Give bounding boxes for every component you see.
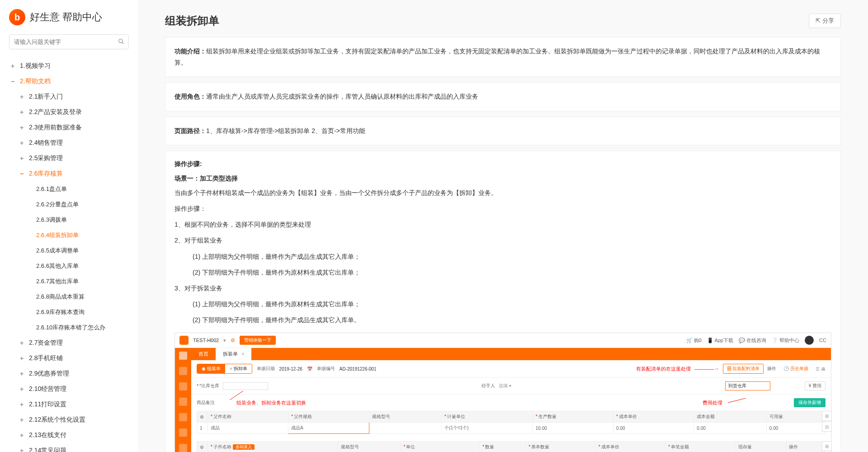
ss-fee-button: ¥ 费用 bbox=[805, 381, 826, 390]
minus-icon: − bbox=[9, 78, 16, 85]
plus-icon: + bbox=[18, 139, 25, 147]
nav-help-docs[interactable]: −2.帮助文档 bbox=[9, 74, 129, 89]
ss-host: TEST-H002 bbox=[193, 338, 219, 343]
ss-tab-home: 首页 bbox=[191, 348, 216, 360]
intro-box: 功能介绍：组装拆卸单用来处理企业组装或拆卸等加工业务，支持有固定装配清单的产品加… bbox=[165, 37, 841, 77]
plus-icon: + bbox=[9, 62, 16, 70]
svg-line-3 bbox=[728, 398, 746, 403]
ss-home-icon bbox=[179, 352, 187, 360]
path-box: 页面路径：1、库存核算->库存管理->组装拆卸单 2、首页->常用功能 bbox=[165, 117, 841, 145]
steps-box: 操作步骤: 场景一：加工类型选择 当由多个子件材料组装成一个成品的业务为【组装】… bbox=[165, 151, 841, 452]
nav-2-13[interactable]: +2.13在线支付 bbox=[9, 428, 129, 443]
nav-2-6-3[interactable]: 2.6.3调拨单 bbox=[9, 212, 129, 228]
plus-icon: + bbox=[18, 339, 25, 347]
nav-2-1[interactable]: +2.1新手入门 bbox=[9, 89, 129, 105]
ss-topbar: TEST-H002 ▾ ⚙ 营销体验一下 🛒 购0 📱 App下载 💬 在线咨询… bbox=[175, 333, 831, 348]
nav-2-3[interactable]: +2.3使用前数据准备 bbox=[9, 120, 129, 135]
ss-avatar-icon bbox=[805, 336, 814, 345]
ss-child-table: ⚙ 子件名称 条码录入 规格型号 单位 数量 基本数量 成本单价 单笔金额 现存… bbox=[197, 441, 826, 452]
search-input[interactable] bbox=[9, 34, 129, 49]
step-2a: (1) 上部明细为父件明细，最终作为产成品生成其它入库单； bbox=[175, 251, 831, 262]
nav-2-6-6[interactable]: 2.6.6其他入库单 bbox=[9, 258, 129, 274]
nav-2-6-9[interactable]: 2.6.9库存账本查询 bbox=[9, 305, 129, 320]
path-label: 页面路径： bbox=[175, 127, 206, 134]
svg-point-0 bbox=[119, 39, 123, 43]
ss-menu-icon bbox=[179, 444, 187, 452]
ss-out-warehouse bbox=[223, 382, 268, 390]
plus-icon: + bbox=[18, 416, 25, 423]
ss-history-button: 🕐 历史单据 bbox=[780, 364, 812, 373]
ss-tool-icon: ⊞ bbox=[822, 441, 832, 451]
nav-2-6-1[interactable]: 2.6.1盘点单 bbox=[9, 181, 129, 197]
search-icon[interactable] bbox=[118, 38, 124, 46]
ss-tool-icon: ⊞ bbox=[822, 411, 832, 421]
plus-icon: + bbox=[18, 401, 25, 408]
nav-2-5[interactable]: +2.5采购管理 bbox=[9, 151, 129, 166]
nav-2-6-2[interactable]: 2.6.2分量盘点单 bbox=[9, 197, 129, 212]
scene1-title: 场景一：加工类型选择 bbox=[175, 175, 831, 183]
plus-icon: + bbox=[18, 370, 25, 377]
ss-type-toggle: ◉ 组装单 ○ 拆卸单 bbox=[197, 364, 252, 374]
role-label: 使用角色： bbox=[175, 93, 206, 100]
ss-bom-button: ☰ 按装配料清单 bbox=[723, 364, 764, 374]
ss-menu-icon bbox=[179, 382, 187, 390]
nav-2-6-8[interactable]: 2.6.8商品成本重算 bbox=[9, 289, 129, 305]
share-button[interactable]: ⇱ 分享 bbox=[809, 14, 841, 28]
ss-tool-icon: ⊟ bbox=[822, 422, 832, 432]
step-1: 1、根据不同的业务，选择不同单据的类型来处理 bbox=[175, 219, 831, 230]
ss-logo-icon bbox=[179, 336, 189, 345]
nav-2-10[interactable]: +2.10经营管理 bbox=[9, 381, 129, 397]
step-3b: (2) 下部明细为子件明细，最终作为产成品生成其它入库单。 bbox=[175, 314, 831, 326]
steps-title: 操作步骤: bbox=[175, 160, 831, 168]
nav-2-11[interactable]: +2.11打印设置 bbox=[9, 397, 129, 412]
ss-menu-icon bbox=[179, 413, 187, 421]
logo-icon: b bbox=[9, 9, 25, 25]
plus-icon: + bbox=[18, 93, 25, 100]
share-icon: ⇱ bbox=[816, 17, 822, 24]
nav-2-6[interactable]: −2.6库存核算 bbox=[9, 166, 129, 181]
nav-2-6-5[interactable]: 2.6.5成本调整单 bbox=[9, 243, 129, 258]
ss-save-button: 保存并新增 bbox=[794, 398, 826, 407]
ss-annotation-3: 费用处理 bbox=[703, 400, 722, 406]
step-2b: (2) 下部明细为子件明细，最终作为原材料生成其它出库单； bbox=[175, 267, 831, 278]
plus-icon: + bbox=[18, 155, 25, 162]
nav-2-9[interactable]: +2.9优惠券管理 bbox=[9, 366, 129, 381]
sidebar: b 好生意 帮助中心 +1.视频学习 −2.帮助文档 +2.1新手入门 +2.2… bbox=[0, 0, 138, 452]
nav-2-4[interactable]: +2.4销售管理 bbox=[9, 135, 129, 151]
nav-2-14[interactable]: +2.14常见问题 bbox=[9, 443, 129, 452]
ss-sidebar bbox=[175, 348, 191, 452]
plus-icon: + bbox=[18, 124, 25, 131]
intro-label: 功能介绍： bbox=[175, 48, 206, 55]
plus-icon: + bbox=[18, 355, 25, 362]
minus-icon: − bbox=[18, 170, 25, 177]
path-text: 1、库存核算->库存管理->组装拆卸单 2、首页->常用功能 bbox=[206, 127, 365, 134]
ss-parent-table: ⚙ 父件名称 父件规格 规格型号 计量单位 生产数量 成本单价 成本金额 可用量 bbox=[197, 411, 826, 434]
nav-2-6-10[interactable]: 2.6.10库存账本错了怎么办 bbox=[9, 320, 129, 335]
ss-annotation-1: 有装配清单的在这里处理 bbox=[636, 366, 691, 372]
nav-video-learning[interactable]: +1.视频学习 bbox=[9, 58, 129, 74]
scene1-p1: 当由多个子件材料组装成一个成品的业务为【组装】业务，当由一个父件拆分成多个子产品… bbox=[175, 187, 831, 199]
nav-tree: +1.视频学习 −2.帮助文档 +2.1新手入门 +2.2产品安装及登录 +2.… bbox=[9, 58, 129, 452]
ss-menu-icon bbox=[179, 367, 187, 375]
plus-icon: + bbox=[18, 109, 25, 116]
nav-2-6-4[interactable]: 2.6.4组装拆卸单 bbox=[9, 228, 129, 243]
table-row: 1 成品 成品A 个(1个=1个) 10.00 0.00 0.00 0.00 bbox=[197, 423, 826, 434]
nav-2-8[interactable]: +2.8手机旺铺 bbox=[9, 351, 129, 366]
ss-tab-active: 拆装单 bbox=[216, 348, 251, 360]
role-text: 通常由生产人员或库管人员完成拆装业务的操作，库管人员确认原材料的出库和产成品的入… bbox=[206, 93, 478, 100]
step-2: 2、对于组装业务 bbox=[175, 235, 831, 246]
step-3: 3、对于拆装业务 bbox=[175, 283, 831, 294]
ss-in-warehouse: 到货仓库 bbox=[725, 381, 770, 390]
site-title: 好生意 帮助中心 bbox=[30, 10, 102, 24]
nav-2-6-7[interactable]: 2.6.7其他出库单 bbox=[9, 274, 129, 289]
nav-2-7[interactable]: +2.7资金管理 bbox=[9, 335, 129, 351]
scene1-p2: 操作步骤： bbox=[175, 203, 831, 214]
ss-menu-icon bbox=[179, 398, 187, 406]
embedded-screenshot: TEST-H002 ▾ ⚙ 营销体验一下 🛒 购0 📱 App下载 💬 在线咨询… bbox=[175, 333, 831, 452]
ss-cart: 🛒 购0 bbox=[686, 337, 702, 344]
ss-menu-icon bbox=[179, 428, 187, 437]
svg-line-1 bbox=[122, 42, 124, 44]
intro-text: 组装拆卸单用来处理企业组装或拆卸等加工业务，支持有固定装配清单的产品加工业务，也… bbox=[175, 48, 820, 66]
nav-2-2[interactable]: +2.2产品安装及登录 bbox=[9, 105, 129, 120]
nav-2-12[interactable]: +2.12系统个性化设置 bbox=[9, 412, 129, 428]
